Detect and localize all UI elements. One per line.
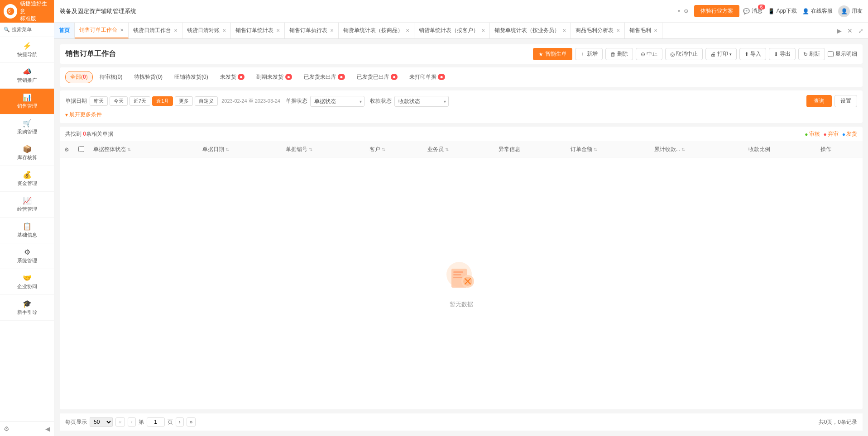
topbar-settings-icon[interactable]: ⚙ (684, 8, 689, 14)
solution-button[interactable]: 体验行业方案 (694, 5, 739, 17)
date-btn-more[interactable]: 更多 (175, 96, 193, 106)
settings-button[interactable]: 设置 (834, 95, 857, 107)
tab-close-sales-more[interactable]: ✕ (654, 28, 657, 33)
tab-sales-more[interactable]: 销售毛利 ✕ (625, 23, 662, 38)
tab-close-sales-stat4[interactable]: ✕ (562, 28, 566, 33)
stop-button[interactable]: ⊙ 中止 (636, 48, 662, 60)
filter-tab-pending-review[interactable]: 待审核(0) (95, 71, 128, 83)
tab-sales-stat2[interactable]: 销货单统计表（按商品） ✕ (339, 23, 414, 38)
app-download-btn[interactable]: 📱 App下载 (768, 7, 797, 15)
last-page-btn[interactable]: » (187, 417, 196, 427)
next-page-btn[interactable]: › (176, 417, 184, 427)
tab-close-sales-stat2[interactable]: ✕ (406, 28, 409, 33)
cancel-stop-button[interactable]: ◎ 取消中止 (665, 48, 703, 60)
tab-close-profit-analysis[interactable]: ✕ (616, 28, 620, 33)
col-amount-header[interactable]: 订单金额 (566, 142, 650, 157)
date-btn-custom[interactable]: 自定义 (195, 96, 218, 106)
query-button[interactable]: 查询 (806, 95, 832, 107)
add-button[interactable]: ＋ 新增 (575, 48, 603, 60)
collapse-btn[interactable]: ◀ (45, 425, 50, 432)
tab-close-sales-workbench[interactable]: ✕ (120, 28, 124, 33)
sidebar-item-sales[interactable]: 📊 销售管理 (0, 89, 54, 114)
date-btn-yesterday[interactable]: 昨天 (90, 96, 108, 106)
tab-maximize-btn[interactable]: ⤢ (856, 26, 865, 35)
print-button[interactable]: 🖨 打印 ▾ (705, 48, 737, 60)
filter-tab-pending-check[interactable]: 待拣验货(0) (129, 71, 168, 83)
col-customer-header[interactable]: 客户 (365, 142, 423, 157)
prev-page-btn[interactable]: ‹ (128, 417, 136, 427)
sidebar-item-cooperation[interactable]: 🤝 企业协同 (0, 269, 54, 295)
col-settings-header[interactable]: ⚙ (60, 142, 74, 157)
smart-create-button[interactable]: ★ 智能生单 (533, 48, 572, 60)
online-service-btn[interactable]: 👤 在线客服 (802, 7, 833, 15)
tab-close-sales-stat1[interactable]: ✕ (276, 28, 280, 33)
date-btn-1month[interactable]: 近1月 (152, 96, 173, 106)
filter-tab-wangpu-pending[interactable]: 旺铺待发货(0) (169, 71, 213, 83)
first-page-btn[interactable]: « (115, 417, 125, 427)
show-detail-checkbox-label[interactable]: 显示明细 (828, 50, 857, 58)
tab-close-sales-stat3[interactable]: ✕ (481, 28, 485, 33)
sidebar-item-quick-nav[interactable]: ⚡ 快捷导航 (0, 37, 54, 63)
filter-tab-expired-not-shipped[interactable]: 到期未发货 ● (251, 71, 297, 83)
tab-close-cash-reconcile[interactable]: ✕ (222, 28, 226, 33)
cancel-review-action-btn[interactable]: ● 弃审 (824, 130, 839, 138)
ship-action-btn[interactable]: ● 发货 (842, 130, 857, 138)
sidebar-item-basic-info[interactable]: 📋 基础信息 (0, 218, 54, 243)
inventory-icon: 📦 (23, 145, 32, 153)
tab-sales-workbench[interactable]: 销售订单工作台 ✕ (75, 23, 129, 38)
tab-sales-stat3[interactable]: 销货单统计表（按客户） ✕ (414, 23, 490, 38)
sidebar-item-finance[interactable]: 💰 资金管理 (0, 166, 54, 192)
refresh-button[interactable]: ↻ 刷新 (798, 48, 825, 60)
page-size-select[interactable]: 10 20 50 100 (90, 417, 113, 427)
logo-text: 畅捷通好生意 标准版 (20, 0, 50, 23)
expand-conditions-btn[interactable]: ▾ 展开更多条件 (65, 111, 102, 118)
import-button[interactable]: ⬆ 导入 (739, 48, 766, 60)
tab-close-cash-daily[interactable]: ✕ (174, 28, 177, 33)
message-btn[interactable]: 💬 6 消息 (743, 7, 762, 15)
tab-profit-analysis[interactable]: 商品毛利分析表 ✕ (571, 23, 625, 38)
filter-tab-shipped-not-out[interactable]: 已发货未出库 ● (299, 71, 350, 83)
tab-home[interactable]: 首页 (54, 23, 75, 38)
settings-bottom-btn[interactable]: ⚙ (4, 425, 10, 432)
page-input[interactable] (147, 417, 165, 427)
user-avatar[interactable]: 👤 用友 (838, 5, 863, 17)
filter-status-select[interactable]: 单据状态 (310, 96, 364, 107)
show-detail-checkbox[interactable] (828, 51, 834, 57)
tab-cash-daily[interactable]: 钱货日清工作台 ✕ (129, 23, 182, 38)
table-footer: 每页显示 10 20 50 100 « ‹ 第 页 › » 共0页，0条记录 (60, 413, 863, 431)
tab-sales-stat1[interactable]: 销售订单统计表 ✕ (231, 23, 285, 38)
col-date-header[interactable]: 单据日期 (198, 142, 282, 157)
filter-payment-select[interactable]: 收款状态 (394, 96, 449, 107)
print-dropdown-icon: ▾ (729, 52, 732, 57)
sidebar-item-marketing[interactable]: 📣 营销推广 (0, 63, 54, 89)
sidebar-item-purchase[interactable]: 🛒 采购管理 (0, 114, 54, 140)
filter-tab-not-shipped[interactable]: 未发货 ● (215, 71, 250, 83)
app-download-icon: 📱 (768, 8, 775, 14)
tab-sales-stat4[interactable]: 销货单统计表（按业务员） ✕ (490, 23, 571, 38)
delete-button[interactable]: 🗑 删除 (605, 48, 633, 60)
col-number-header[interactable]: 单据编号 (281, 142, 365, 157)
date-btn-7days[interactable]: 近7天 (129, 96, 150, 106)
tab-cash-reconcile[interactable]: 钱货日清对账 ✕ (182, 23, 231, 38)
main-area: 装备及固定资产辅助管理系统 ▾ ⚙ 体验行业方案 💬 6 消息 📱 App下载 … (54, 0, 868, 436)
sidebar-item-system[interactable]: ⚙ 系统管理 (0, 243, 54, 269)
tab-scroll-right-btn[interactable]: ▶ (835, 26, 844, 35)
filter-tab-shipped-out[interactable]: 已发货已出库 ● (352, 71, 403, 83)
col-checkbox-header[interactable] (74, 142, 89, 157)
tab-close-all-btn[interactable]: ✕ (845, 26, 854, 35)
col-salesperson-header[interactable]: 业务员 (423, 142, 494, 157)
date-btn-today[interactable]: 今天 (110, 96, 128, 106)
col-status-header[interactable]: 单据整体状态 (89, 142, 198, 157)
sidebar-item-operation[interactable]: 📈 经营管理 (0, 192, 54, 218)
tab-sales-exec[interactable]: 销售订单执行表 ✕ (285, 23, 339, 38)
export-button[interactable]: ⬇ 导出 (769, 48, 796, 60)
col-received-header[interactable]: 累计收款... (650, 142, 744, 157)
sidebar-item-guide[interactable]: 🎓 新手引导 (0, 295, 54, 321)
select-all-checkbox[interactable] (78, 146, 84, 152)
tab-close-sales-exec[interactable]: ✕ (330, 28, 334, 33)
filter-tab-all[interactable]: 全部(0) (65, 71, 93, 83)
filter-tab-not-printed[interactable]: 未打印单据 ● (404, 71, 450, 83)
review-action-btn[interactable]: ● 审核 (805, 130, 820, 138)
search-menu[interactable]: 🔍 搜索菜单 (0, 23, 54, 37)
sidebar-item-inventory[interactable]: 📦 库存核算 (0, 140, 54, 166)
